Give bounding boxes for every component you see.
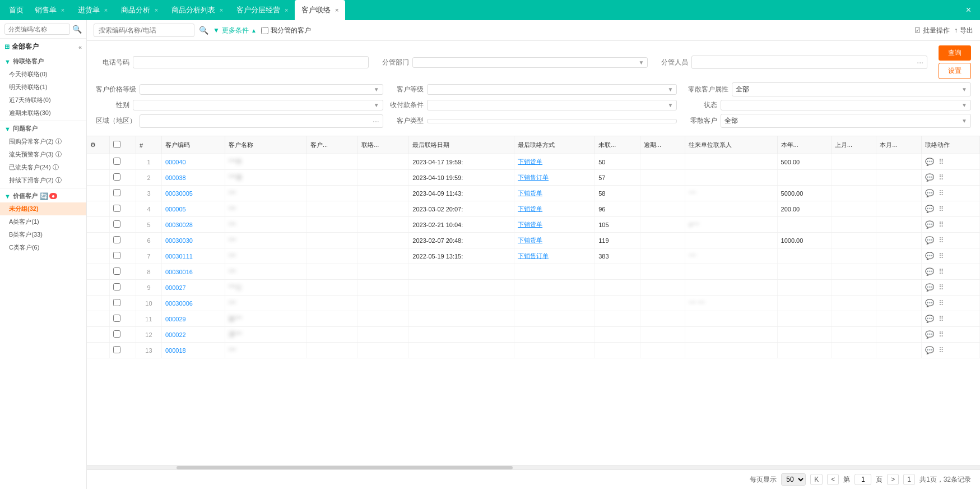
- batch-operations-button[interactable]: ☑ 批量操作: [914, 26, 950, 35]
- query-button[interactable]: 查询: [939, 45, 971, 61]
- row-name[interactable]: 溧***: [225, 327, 307, 343]
- apps-icon[interactable]: ⠿: [939, 315, 944, 323]
- nav-customer-tier[interactable]: 客户分层经营 ×: [230, 0, 295, 20]
- nav-customer-contact[interactable]: 客户联络 ×: [295, 0, 345, 20]
- chat-icon[interactable]: 💬: [925, 220, 934, 229]
- row-select-checkbox[interactable]: [113, 173, 120, 181]
- refresh-icon[interactable]: 🔄: [40, 192, 48, 200]
- horizontal-scrollbar[interactable]: [87, 465, 980, 469]
- col-overdue[interactable]: 逾期...: [640, 136, 685, 154]
- row-last-contact-method[interactable]: 下销货单: [514, 186, 595, 201]
- sidebar-item-unclassified[interactable]: 未分组(32): [0, 202, 86, 215]
- sidebar-item-overdue[interactable]: 逾期未联络(30): [0, 107, 86, 119]
- row-last-contact-method[interactable]: [514, 327, 595, 343]
- row-code[interactable]: 00030111: [161, 248, 225, 264]
- row-code[interactable]: 000005: [161, 201, 225, 217]
- sidebar-item-hoard-anomaly[interactable]: 囤购异常客户(2) ⓘ: [0, 135, 86, 148]
- col-no-contact-days[interactable]: 未联...: [595, 136, 640, 154]
- row-name[interactable]: ***: [225, 186, 307, 201]
- last-page-button[interactable]: 1: [903, 474, 915, 485]
- col-contact-person[interactable]: 往来单位联系人: [685, 136, 777, 154]
- value-customers-group[interactable]: ▼ 价值客户 🔄 ●: [0, 190, 86, 202]
- apps-icon[interactable]: ⠿: [939, 158, 944, 166]
- scrollbar-thumb[interactable]: [177, 466, 513, 469]
- row-select-checkbox[interactable]: [113, 299, 120, 306]
- row-last-contact-method[interactable]: 下销货单: [514, 217, 595, 233]
- apps-icon[interactable]: ⠿: [939, 189, 944, 197]
- dept-select[interactable]: ▼: [412, 57, 648, 68]
- select-all-checkbox[interactable]: [113, 141, 120, 148]
- person-ellipsis[interactable]: ···: [917, 58, 923, 67]
- row-select-checkbox[interactable]: [113, 205, 120, 212]
- sidebar-item-class-b[interactable]: B类客户(33): [0, 228, 86, 241]
- row-name[interactable]: ***公: [225, 280, 307, 296]
- nav-home[interactable]: 首页: [4, 0, 28, 20]
- chat-icon[interactable]: 💬: [925, 267, 934, 276]
- window-close-button[interactable]: ×: [962, 5, 976, 15]
- row-code[interactable]: 000038: [161, 170, 225, 186]
- nav-sales-order-close[interactable]: ×: [61, 7, 64, 13]
- row-name[interactable]: ***: [225, 201, 307, 217]
- sidebar-item-class-a[interactable]: A类客户(1): [0, 215, 86, 228]
- nav-product-analysis-close[interactable]: ×: [155, 7, 158, 13]
- my-customers-check[interactable]: [261, 27, 268, 34]
- row-last-contact-method[interactable]: 下销货单: [514, 233, 595, 248]
- first-page-button[interactable]: K: [810, 474, 823, 485]
- row-select-checkbox[interactable]: [113, 236, 120, 243]
- pending-contact-group[interactable]: ▼ 待联络客户: [0, 55, 86, 68]
- search-button[interactable]: 🔍: [199, 26, 208, 35]
- person-select[interactable]: ···: [691, 56, 927, 69]
- row-last-contact-method[interactable]: [514, 343, 595, 358]
- sidebar-item-tomorrow[interactable]: 明天待联络(1): [0, 81, 86, 94]
- region-select[interactable]: ···: [140, 114, 383, 128]
- sidebar-item-7days[interactable]: 近7天待联络(0): [0, 94, 86, 107]
- per-page-select[interactable]: 50: [781, 473, 806, 486]
- region-ellipsis[interactable]: ···: [373, 117, 379, 126]
- col-type[interactable]: 客户...: [306, 136, 357, 154]
- apps-icon[interactable]: ⠿: [939, 173, 944, 182]
- sidebar-item-declining[interactable]: 持续下滑客户(2) ⓘ: [0, 174, 86, 187]
- row-name[interactable]: ***: [225, 296, 307, 311]
- apps-icon[interactable]: ⠿: [939, 220, 944, 229]
- row-code[interactable]: 00030028: [161, 217, 225, 233]
- row-code[interactable]: 000029: [161, 311, 225, 327]
- chat-icon[interactable]: 💬: [925, 205, 934, 213]
- chat-icon[interactable]: 💬: [925, 173, 934, 182]
- collapse-icon[interactable]: «: [78, 44, 82, 50]
- more-conditions-button[interactable]: ▼ 更多条件 ▲: [213, 26, 257, 35]
- col-settings[interactable]: ⚙: [87, 136, 109, 154]
- col-name[interactable]: 客户名称: [225, 136, 307, 154]
- row-name[interactable]: ***: [225, 233, 307, 248]
- col-last-contact-date[interactable]: 最后联络日期: [409, 136, 514, 154]
- apps-icon[interactable]: ⠿: [939, 236, 944, 245]
- apps-icon[interactable]: ⠿: [939, 330, 944, 339]
- apps-icon[interactable]: ⠿: [939, 205, 944, 213]
- row-last-contact-method[interactable]: 下销货单: [514, 154, 595, 170]
- nav-purchase-order-close[interactable]: ×: [104, 7, 108, 13]
- row-last-contact-method[interactable]: [514, 311, 595, 327]
- row-code[interactable]: 000022: [161, 327, 225, 343]
- chat-icon[interactable]: 💬: [925, 315, 934, 323]
- chat-icon[interactable]: 💬: [925, 346, 934, 354]
- col-last-month[interactable]: 上月...: [831, 136, 876, 154]
- next-page-button[interactable]: >: [887, 474, 899, 485]
- chat-icon[interactable]: 💬: [925, 299, 934, 307]
- row-name[interactable]: ***请: [225, 170, 307, 186]
- row-name[interactable]: ***: [225, 264, 307, 280]
- row-last-contact-method[interactable]: [514, 280, 595, 296]
- sidebar-item-today[interactable]: 今天待联络(0): [0, 68, 86, 81]
- row-last-contact-method[interactable]: [514, 264, 595, 280]
- sidebar-item-class-c[interactable]: C类客户(6): [0, 241, 86, 254]
- row-select-checkbox[interactable]: [113, 267, 120, 275]
- export-button[interactable]: ↑ 导出: [954, 26, 973, 35]
- row-last-contact-method[interactable]: [514, 296, 595, 311]
- chat-icon[interactable]: 💬: [925, 283, 934, 292]
- row-select-checkbox[interactable]: [113, 252, 120, 259]
- phone-input[interactable]: [133, 56, 369, 68]
- retail-customer-select[interactable]: 全部 ▼: [721, 114, 971, 128]
- chat-icon[interactable]: 💬: [925, 236, 934, 245]
- row-code[interactable]: 00030006: [161, 296, 225, 311]
- row-name[interactable]: ***: [225, 343, 307, 358]
- customer-level-select[interactable]: ▼: [427, 84, 677, 95]
- current-page-input[interactable]: [854, 474, 871, 485]
